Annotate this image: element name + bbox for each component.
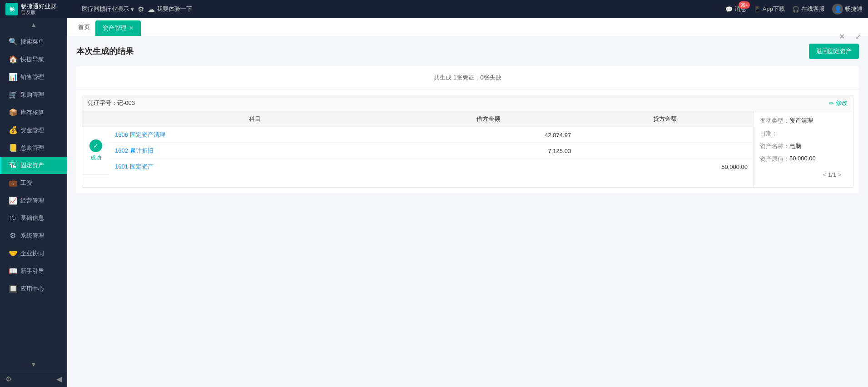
tab-asset-mgmt[interactable]: 资产管理 ✕	[95, 20, 141, 36]
change-type-label: 变动类型：	[760, 117, 789, 125]
page-header: 本次生成的结果 返回固定资产	[76, 44, 859, 59]
voucher-pagination[interactable]: < 1/1 >	[760, 168, 847, 182]
voucher-body: 科目 借方金额 贷方金额 ✓	[82, 111, 853, 188]
asset-value-label: 资产原值：	[760, 155, 789, 163]
close-panel-icon[interactable]: ✕	[835, 30, 848, 43]
sidebar-item-purchase[interactable]: 🛒 采购管理	[0, 86, 67, 104]
message-icon: 💬	[725, 6, 733, 13]
cloud-icon: ☁	[148, 5, 155, 14]
sidebar-item-system[interactable]: ⚙ 系统管理	[0, 227, 67, 244]
logo-text: 畅捷通好业财 普及版	[21, 3, 56, 16]
sidebar-collapse-icon[interactable]: ◀	[56, 375, 62, 383]
credit-cell-2	[576, 143, 753, 159]
topbar-right: 💬 消息 99+ 📱 App下载 🎧 在线客服 👤 畅捷通	[725, 4, 863, 15]
modal-actions: ✕ ⤢	[835, 30, 864, 43]
topbar-settings-icon[interactable]: ⚙	[138, 5, 144, 14]
subject-cell-3[interactable]: 1601 固定资产	[109, 159, 400, 175]
sidebar-item-sales[interactable]: 📊 销售管理	[0, 68, 67, 86]
sidebar-item-apps[interactable]: 🔲 应用中心	[0, 280, 67, 298]
debit-cell-3	[400, 159, 576, 175]
workspace-selector[interactable]: 医疗器械行业演示 ▾	[82, 5, 134, 13]
message-button[interactable]: 💬 消息 99+	[725, 5, 746, 13]
experience-button[interactable]: ☁ 我要体验一下	[148, 5, 192, 14]
main-area: 首页 资产管理 ✕ 本次生成的结果 返回固定资产 共生成 1张凭证，0张失败	[67, 18, 868, 387]
sidebar-scroll-down[interactable]: ▼	[0, 358, 67, 371]
guide-icon: 📖	[9, 267, 17, 275]
enterprise-icon: 🤝	[9, 249, 17, 258]
tab-home[interactable]: 首页	[73, 20, 95, 36]
sidebar-settings-icon[interactable]: ⚙	[5, 375, 12, 383]
sidebar-item-salary[interactable]: 💼 工资	[0, 174, 67, 192]
sidebar-item-operations[interactable]: 📈 经营管理	[0, 192, 67, 209]
credit-cell-1	[576, 127, 753, 143]
sidebar-bottom: ⚙ ◀	[0, 371, 67, 387]
page-title: 本次生成的结果	[76, 46, 134, 57]
topbar-center: 医疗器械行业演示 ▾ ⚙ ☁ 我要体验一下	[73, 5, 725, 14]
ledger-icon: 📒	[9, 144, 17, 152]
debit-cell-2: 7,125.03	[400, 143, 576, 159]
col-credit-header: 贷方金额	[576, 111, 753, 127]
back-button[interactable]: 返回固定资产	[809, 44, 859, 59]
date-label: 日期：	[760, 129, 787, 138]
layout: ▲ 🔍 搜索菜单 🏠 快捷导航 📊 销售管理 🛒 采购管理 📦 库存核算	[0, 18, 868, 387]
result-panel: 共生成 1张凭证，0张失败 凭证字号：记-003 ✏ 修改	[76, 66, 859, 194]
table-row: 1601 固定资产 50,000.00	[82, 159, 753, 175]
change-type-row: 变动类型： 资产清理	[760, 117, 847, 125]
asset-value-row: 资产原值： 50,000.00	[760, 155, 847, 163]
tab-close-icon[interactable]: ✕	[129, 25, 134, 31]
asset-name-value: 电脑	[789, 142, 801, 150]
finance-icon: 💰	[9, 126, 17, 134]
date-row: 日期：	[760, 129, 847, 138]
apps-icon: 🔲	[9, 284, 17, 293]
table-row: ✓ 成功 1606 固定资产清理 42,874.97	[82, 127, 753, 143]
asset-name-label: 资产名称：	[760, 142, 789, 150]
topbar: 畅 畅捷通好业财 普及版 医疗器械行业演示 ▾ ⚙ ☁ 我要体验一下 💬 消息 …	[0, 0, 868, 18]
download-icon: 📱	[754, 6, 761, 13]
subject-cell-1[interactable]: 1606 固定资产清理	[109, 127, 400, 143]
col-debit-header: 借方金额	[400, 111, 576, 127]
sidebar-nav: 🔍 搜索菜单 🏠 快捷导航 📊 销售管理 🛒 采购管理 📦 库存核算 💰	[0, 31, 67, 358]
service-icon: 🎧	[792, 6, 799, 13]
system-icon: ⚙	[9, 231, 17, 240]
sidebar-item-guide[interactable]: 📖 新手引导	[0, 262, 67, 280]
col-status-header	[82, 111, 109, 127]
asset-name-row: 资产名称： 电脑	[760, 142, 847, 150]
sidebar-item-fixed-assets[interactable]: 🏗 固定资产	[0, 157, 67, 174]
change-type-value: 资产清理	[789, 117, 813, 125]
credit-cell-3: 50,000.00	[576, 159, 753, 175]
asset-value-value: 50,000.00	[789, 155, 816, 163]
message-badge: 99+	[739, 1, 750, 9]
fixed-assets-icon: 🏗	[9, 161, 17, 169]
col-subject-header: 科目	[109, 111, 400, 127]
result-summary: 共生成 1张凭证，0张失败	[76, 66, 859, 89]
sidebar-item-search[interactable]: 🔍 搜索菜单	[0, 33, 67, 50]
voucher-header: 凭证字号：记-003 ✏ 修改	[82, 95, 853, 111]
success-icon: ✓ 成功	[88, 139, 104, 162]
table-row: 1602 累计折旧 7,125.03	[82, 143, 753, 159]
sidebar-item-finance[interactable]: 💰 资金管理	[0, 121, 67, 139]
inventory-icon: 📦	[9, 108, 17, 117]
sidebar-item-quick-nav[interactable]: 🏠 快捷导航	[0, 50, 67, 68]
sidebar-item-basics[interactable]: 🗂 基础信息	[0, 209, 67, 227]
home-icon: 🏠	[9, 55, 17, 64]
tabbar: 首页 资产管理 ✕	[67, 18, 868, 36]
app-download-button[interactable]: 📱 App下载	[754, 5, 785, 13]
subject-cell-2[interactable]: 1602 累计折旧	[109, 143, 400, 159]
voucher-table-area: 科目 借方金额 贷方金额 ✓	[82, 111, 753, 187]
sidebar-item-inventory[interactable]: 📦 库存核算	[0, 104, 67, 121]
sidebar-scroll-up[interactable]: ▲	[0, 18, 67, 31]
sidebar-item-enterprise[interactable]: 🤝 企业协同	[0, 244, 67, 262]
voucher-edit-button[interactable]: ✏ 修改	[829, 99, 848, 107]
search-icon: 🔍	[9, 37, 17, 46]
sales-icon: 📊	[9, 73, 17, 81]
voucher-right-panel: 变动类型： 资产清理 日期： 资产名称： 电脑	[753, 111, 853, 187]
expand-panel-icon[interactable]: ⤢	[852, 30, 864, 43]
logo-icon: 畅	[5, 3, 18, 15]
user-avatar[interactable]: 👤 畅捷通	[832, 4, 863, 15]
purchase-icon: 🛒	[9, 90, 17, 99]
voucher-table: 科目 借方金额 贷方金额 ✓	[82, 111, 753, 175]
online-service-button[interactable]: 🎧 在线客服	[792, 5, 825, 13]
page-content: 本次生成的结果 返回固定资产 共生成 1张凭证，0张失败 凭证字号：记-003 …	[67, 36, 868, 387]
voucher-section: 凭证字号：记-003 ✏ 修改	[82, 95, 853, 188]
sidebar-item-ledger[interactable]: 📒 总账管理	[0, 139, 67, 157]
